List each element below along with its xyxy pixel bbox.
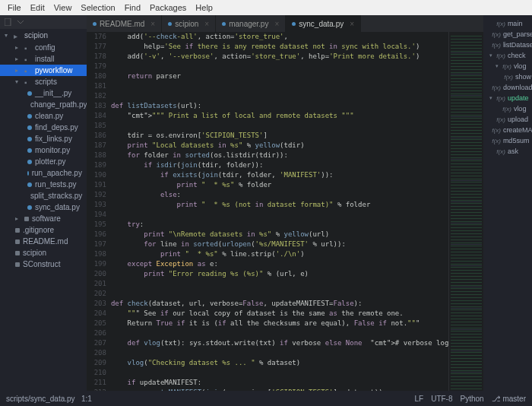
minimap[interactable] (448, 32, 483, 391)
outline-item-createMANIFEST[interactable]: f(x)createMANIFEST (485, 125, 530, 135)
chevron-icon: ▾ (496, 63, 500, 69)
menu-help[interactable]: Help (191, 3, 217, 12)
tree-file[interactable]: fix_links.py (0, 133, 87, 144)
menu-selection[interactable]: Selection (76, 3, 119, 12)
status-path[interactable]: scripts/sync_data.py (6, 395, 75, 403)
outline-item-vlog[interactable]: f(x)vlog (485, 103, 530, 114)
file-type-icon (222, 22, 226, 26)
outline-item-vlog[interactable]: ▾f(x)vlog (485, 61, 530, 71)
tab-managerpy[interactable]: manager.py× (216, 15, 286, 32)
menu-view[interactable]: View (49, 3, 77, 12)
outline-label: listDatasets (503, 41, 532, 49)
close-icon[interactable]: × (274, 20, 279, 28)
project-root[interactable]: ▾ ▸ scipion (0, 29, 87, 42)
sidebar-actionbar (0, 15, 87, 29)
outline-item-check[interactable]: ▾f(x)check (485, 50, 530, 61)
file-type-icon (93, 22, 97, 26)
python-icon (27, 137, 32, 141)
tree-item-label: sync_data.py (35, 203, 80, 211)
function-tag: f(x) (496, 52, 505, 59)
tree-file[interactable]: monitor.py (0, 144, 87, 156)
tree-item-label: fix_links.py (35, 135, 72, 143)
tree-file[interactable]: run_tests.py (0, 179, 87, 190)
tab-sync_datapy[interactable]: sync_data.py× (286, 15, 361, 32)
chevron-right-icon: ▸ (15, 56, 21, 62)
close-icon[interactable]: × (204, 20, 209, 28)
menu-edit[interactable]: Edit (26, 3, 49, 12)
tree-file[interactable]: clean.py (0, 110, 87, 122)
folder-icon: ▪ (24, 56, 32, 63)
chevron-icon: ▾ (489, 52, 494, 59)
code-area[interactable]: 176 177 178 179 180 181 182 183 184 185 … (87, 32, 483, 391)
outline-label: md5sum (503, 137, 530, 144)
status-encoding[interactable]: UTF-8 (431, 395, 452, 403)
outline-item-md5sum[interactable]: f(x)md5sum (485, 135, 530, 146)
tree-file[interactable]: __init__.py (0, 87, 87, 99)
chevron-right-icon: ▸ (15, 215, 21, 222)
outline-item-listDatasets[interactable]: f(x)listDatasets (485, 40, 530, 50)
function-tag: f(x) (492, 138, 501, 144)
tree-file[interactable]: sync_data.py (0, 201, 87, 213)
code-content[interactable]: add('--check-all', action='store_true', … (111, 32, 448, 391)
function-tag: f(x) (496, 21, 505, 27)
menu-file[interactable]: File (3, 3, 26, 12)
tree-folder-scripts[interactable]: ▾ ▪ scripts (0, 76, 87, 87)
tree-file[interactable]: run_apache.py (0, 167, 87, 179)
outline-label: upload (508, 116, 528, 123)
tree-item-gitignore[interactable]: .gitignore (0, 224, 87, 236)
editor-pane: README.md×scipion×manager.py×sync_data.p… (87, 15, 483, 391)
outline-label: createMANIFEST (503, 126, 532, 134)
tree-item-label: run_apache.py (32, 169, 82, 177)
outline-item-ask[interactable]: f(x)ask (485, 146, 530, 157)
tree-item-READMEmd[interactable]: README.md (0, 236, 87, 247)
tab-label: manager.py (229, 20, 268, 28)
python-icon (27, 171, 29, 176)
tab-scipion[interactable]: scipion× (162, 15, 216, 32)
outline-item-get_parser[interactable]: f(x)get_parser (485, 29, 530, 40)
tree-item-label: change_rpath.py (30, 100, 87, 109)
status-branch[interactable]: ⎇ master (492, 395, 526, 403)
function-tag: f(x) (502, 106, 511, 113)
close-icon[interactable]: × (150, 20, 155, 28)
folder-icon: ▪ (24, 44, 32, 52)
outline-item-upload[interactable]: f(x)upload (485, 114, 530, 125)
outline-label: show (515, 73, 531, 81)
tree-item-label: split_stracks.py (30, 192, 82, 200)
chevron-down-icon: ▾ (15, 78, 21, 85)
status-line-ending[interactable]: LF (415, 395, 424, 403)
status-language[interactable]: Python (461, 395, 484, 403)
function-tag: f(x) (502, 63, 511, 70)
tab-label: README.md (100, 20, 144, 28)
tree-file[interactable]: find_deps.py (0, 122, 87, 133)
tree-folder-install[interactable]: ▸▪install (0, 53, 87, 65)
outline-item-download[interactable]: f(x)download (485, 82, 530, 93)
menu-packages[interactable]: Packages (145, 3, 191, 12)
menu-find[interactable]: Find (120, 3, 145, 12)
outline-label: download (503, 84, 532, 91)
outline-item-main[interactable]: f(x)main (485, 18, 530, 29)
tree-item-label: install (35, 55, 55, 63)
tree-item-label: monitor.py (35, 146, 70, 154)
tree-item-label: scipion (23, 249, 46, 257)
new-file-icon[interactable] (5, 18, 12, 26)
python-icon (27, 160, 32, 164)
tree-file[interactable]: change_rpath.py (0, 99, 87, 110)
function-tag: f(x) (496, 148, 505, 155)
function-tag: f(x) (492, 31, 501, 38)
tree-folder-config[interactable]: ▸▪config (0, 42, 87, 53)
tree-item-software[interactable]: ▸software (0, 213, 87, 224)
tree-file[interactable]: plotter.py (0, 156, 87, 167)
function-tag: f(x) (496, 95, 505, 102)
status-cursor-pos[interactable]: 1:1 (81, 395, 92, 403)
outline-item-show[interactable]: f(x)show (485, 71, 530, 82)
close-icon[interactable]: × (350, 20, 354, 28)
tree-file[interactable]: split_stracks.py (0, 190, 87, 201)
collapse-icon[interactable] (17, 18, 24, 26)
outline-panel: f(x)mainf(x)get_parserf(x)listDatasets▾f… (483, 15, 532, 391)
tab-READMEmd[interactable]: README.md× (87, 15, 162, 32)
outline-label: vlog (514, 62, 527, 70)
tree-folder-pyworkflow[interactable]: ▸ ▪ pyworkflow (0, 65, 87, 76)
tree-item-SConstruct[interactable]: SConstruct (0, 259, 87, 270)
outline-item-update[interactable]: ▾f(x)update (485, 93, 530, 103)
tree-item-scipion[interactable]: scipion (0, 247, 87, 259)
